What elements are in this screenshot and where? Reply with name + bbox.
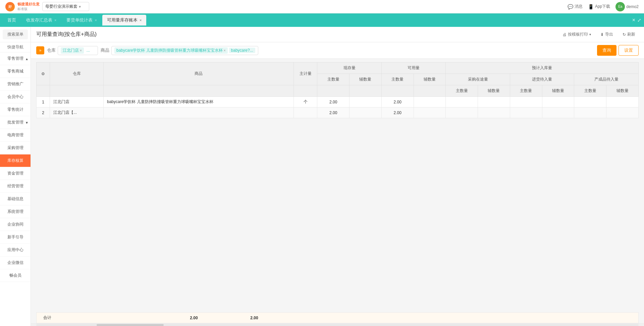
export-icon: ⬇	[600, 32, 604, 37]
refresh-icon: ↻	[623, 32, 626, 37]
avatar-text: Ea	[618, 5, 622, 8]
nav-tabs: 首页 收发存汇总表 × 要货单统计表 × 可用量库存账本 × × ⤢	[0, 13, 644, 27]
cell-purchase-aux-1	[478, 107, 510, 118]
sidebar-item-inventory[interactable]: 库存核算	[0, 154, 31, 167]
product-filter-group: 商品 babycare学饮杯 儿童防摔防撞吸管杯重力球吸嘴杯宝宝水杯 × bab…	[101, 46, 258, 55]
sidebar-item-retail-mall[interactable]: 零售商城	[0, 65, 31, 78]
th-incoming-group: 进货待入量	[510, 74, 574, 85]
th-predicted-stock-group: 预计入库量	[446, 62, 639, 74]
th-product: 商品	[104, 62, 294, 85]
cell-unit-0: 个	[294, 97, 317, 107]
warehouse-more-btn[interactable]: ...	[87, 48, 90, 53]
product-tag-1-text: babycare学饮杯 儿童防摔防撞吸管杯重力球吸嘴杯宝宝水杯	[116, 48, 223, 53]
cell-available-main-1: 2.00	[381, 107, 414, 118]
cell-purchase-aux-0	[478, 97, 510, 107]
product-tag-1-close[interactable]: ×	[224, 49, 226, 52]
th-settings[interactable]: ⚙	[37, 62, 50, 85]
warehouse-filter-input[interactable]: 江北门店 × ...	[58, 46, 98, 55]
app-download-btn[interactable]: 📱 App下载	[588, 4, 610, 9]
sidebar-item-retail-mgmt[interactable]: 零售管理 ▲	[0, 52, 31, 65]
export-btn[interactable]: ⬇ 导出	[597, 30, 616, 39]
tab-receive-summary[interactable]: 收发存汇总表 ×	[21, 15, 61, 26]
sidebar-finance-label: 资金管理	[7, 171, 23, 176]
warehouse-tag-close[interactable]: ×	[80, 49, 82, 52]
close-all-tabs[interactable]: ×	[632, 17, 635, 23]
sidebar-wholesale-arrow: ▼	[25, 121, 29, 124]
cell-unit-1	[294, 107, 317, 118]
sidebar-item-basic-info[interactable]: 基础信息	[0, 193, 31, 205]
search-menu-btn[interactable]: 搜索菜单	[3, 30, 28, 39]
tab-order-stats[interactable]: 要货单统计表 ×	[62, 15, 101, 26]
sidebar-purchase-label: 采购管理	[7, 145, 23, 150]
cell-product-0: babycare学饮杯 儿童防摔防撞吸管杯重力球吸嘴杯宝宝水杯	[104, 97, 294, 107]
cell-production-main-1	[574, 107, 606, 118]
sidebar-item-marketing[interactable]: 营销推广	[0, 78, 31, 91]
tab-receive-close[interactable]: ×	[54, 18, 56, 22]
sidebar-item-enterprise[interactable]: 企业协同	[0, 218, 31, 231]
sidebar-item-ecommerce[interactable]: 电商管理	[0, 129, 31, 142]
expand-nav-icon[interactable]: ⤢	[637, 17, 641, 23]
th-empty-2	[50, 85, 104, 97]
sidebar-item-member-center[interactable]: 会员中心	[0, 91, 31, 103]
scroll-track	[36, 324, 639, 326]
cell-incoming-main-0	[510, 97, 542, 107]
horizontal-scrollbar[interactable]	[31, 323, 644, 326]
query-button[interactable]: 查询	[597, 45, 616, 56]
brand-logo: 好	[5, 2, 15, 11]
brand-icon: 好	[8, 4, 12, 9]
cell-available-aux-1	[414, 107, 446, 118]
brand-subtitle: 标准版	[17, 7, 40, 11]
industry-label: 母婴行业演示账套	[45, 4, 77, 9]
sidebar-retail-stats-label: 零售统计	[7, 107, 23, 112]
refresh-btn[interactable]: ↻ 刷新	[619, 30, 639, 39]
user-profile[interactable]: Ea demo2	[615, 2, 639, 11]
top-bar: 好 畅捷通好生意 标准版 母婴行业演示账套 ▾ 💬 消息 📱 App下载 Ea …	[0, 0, 644, 13]
tab-available-stock[interactable]: 可用量库存账本 ×	[102, 15, 146, 26]
cell-available-main-0: 2.00	[381, 97, 414, 107]
tab-order-label: 要货单统计表	[66, 17, 93, 23]
industry-selector[interactable]: 母婴行业演示账套 ▾	[42, 2, 89, 11]
cell-warehouse-0: 江北门店	[50, 97, 104, 107]
sidebar-item-wholesale[interactable]: 批发管理 ▼	[0, 116, 31, 129]
print-btn[interactable]: 🖨 按模板打印 ▾	[559, 30, 594, 39]
th-purchase-transit-main: 主数量	[446, 85, 478, 97]
tab-order-close[interactable]: ×	[95, 18, 97, 22]
cell-index-0: 1	[37, 97, 50, 107]
sidebar-item-member[interactable]: 畅会员	[0, 269, 31, 282]
sidebar-item-newbie[interactable]: 新手引导	[0, 231, 31, 244]
sidebar-item-retail-stats[interactable]: 零售统计	[0, 103, 31, 116]
th-empty-3	[104, 85, 294, 97]
message-btn[interactable]: 💬 消息	[568, 4, 583, 9]
table-container: ⚙ 仓库 商品 主计量 现存量	[31, 59, 644, 312]
th-current-main: 主数量	[317, 74, 350, 85]
sidebar-item-system[interactable]: 系统管理	[0, 205, 31, 218]
message-label: 消息	[575, 4, 583, 9]
filter-expand-btn[interactable]: »	[36, 46, 44, 54]
cell-incoming-aux-1	[542, 107, 574, 118]
settings-button[interactable]: 设置	[619, 45, 639, 56]
sidebar-quick-nav[interactable]: 快捷导航	[0, 42, 31, 52]
sidebar-newbie-label: 新手引导	[7, 235, 23, 239]
product-filter-input[interactable]: babycare学饮杯 儿童防摔防撞吸管杯重力球吸嘴杯宝宝水杯 × babyca…	[111, 46, 258, 55]
tab-available-close[interactable]: ×	[140, 18, 142, 22]
th-warehouse: 仓库	[50, 62, 104, 85]
product-filter-label: 商品	[101, 47, 109, 53]
filter-bar: » 仓库 江北门店 × ... 商品 babycare学饮杯 儿童防摔防撞吸管杯…	[31, 42, 644, 59]
cell-incoming-aux-0	[542, 97, 574, 107]
sidebar-item-operations[interactable]: 经营管理	[0, 180, 31, 193]
sidebar-item-finance[interactable]: 资金管理	[0, 167, 31, 180]
sidebar-item-wechat[interactable]: 企业微信	[0, 257, 31, 269]
th-empty-6	[350, 85, 382, 97]
sidebar-item-purchase[interactable]: 采购管理	[0, 142, 31, 154]
th-available-aux: 辅数量	[414, 74, 446, 85]
scroll-thumb[interactable]	[97, 324, 164, 326]
sidebar-item-app-center[interactable]: 应用中心	[0, 244, 31, 257]
th-production-aux: 辅数量	[606, 85, 639, 97]
product-tag-1: babycare学饮杯 儿童防摔防撞吸管杯重力球吸嘴杯宝宝水杯 ×	[114, 47, 228, 54]
sidebar-inventory-label: 库存核算	[7, 158, 23, 163]
th-purchase-transit-aux: 辅数量	[478, 85, 510, 97]
table-row: 1 江北门店 babycare学饮杯 儿童防摔防撞吸管杯重力球吸嘴杯宝宝水杯 个…	[37, 97, 639, 107]
th-empty-8	[414, 85, 446, 97]
avatar: Ea	[615, 2, 625, 11]
tab-home[interactable]: 首页	[3, 15, 21, 26]
